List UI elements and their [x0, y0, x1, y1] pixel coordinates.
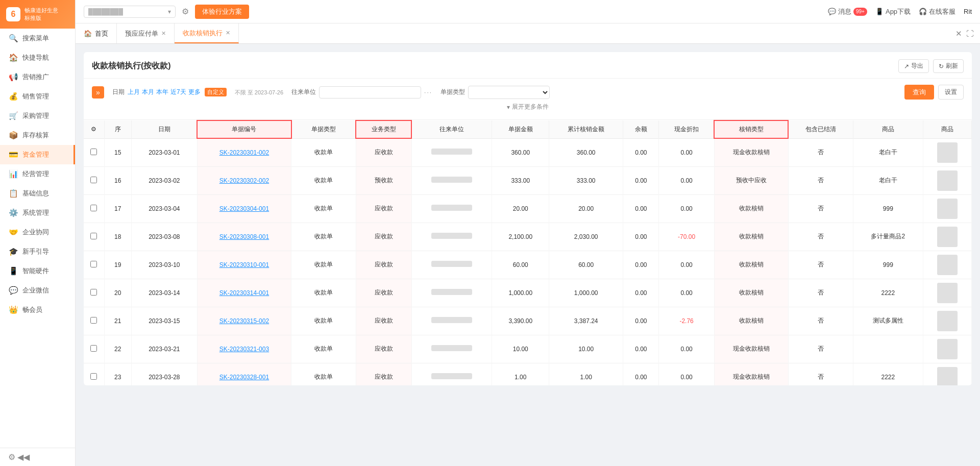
sidebar-label-sales: 销售管理 — [22, 92, 49, 101]
expand-more-button[interactable]: ▾ 展开更多条件 — [507, 103, 549, 111]
industry-btn[interactable]: 体验行业方案 — [195, 5, 249, 19]
cell-checkbox[interactable] — [84, 138, 104, 166]
doc-no-link[interactable]: SK-20230301-002 — [219, 149, 269, 156]
doc-no-link[interactable]: SK-20230328-001 — [219, 374, 269, 381]
topbar-gear-icon[interactable]: ⚙ — [182, 7, 189, 16]
partner-input[interactable] — [319, 86, 421, 99]
purchase-icon: 🛒 — [8, 111, 18, 120]
cell-checkbox[interactable] — [84, 223, 104, 251]
sidebar-item-marketing[interactable]: 📢营销推广 — [0, 67, 75, 87]
date-custom-badge[interactable]: 自定义 — [205, 88, 227, 96]
cell-cash-discount: 0.00 — [659, 251, 714, 279]
date-option-7days[interactable]: 近7天 — [170, 88, 186, 96]
sidebar-item-vip[interactable]: 👑畅会员 — [0, 300, 75, 320]
cell-doc-no: SK-20230328-001 — [197, 363, 291, 385]
sidebar-item-system[interactable]: ⚙️系统管理 — [0, 203, 75, 223]
topbar-select[interactable]: ████████ ▾ — [84, 6, 176, 18]
sidebar-item-finance[interactable]: 💳资金管理 — [0, 145, 75, 164]
sidebar-label-marketing: 营销推广 — [22, 72, 49, 82]
refresh-button[interactable]: ↻ 刷新 — [933, 59, 964, 73]
sidebar-item-inventory[interactable]: 📦库存核算 — [0, 126, 75, 145]
cell-balance: 0.00 — [623, 223, 659, 251]
cell-cash-discount: 0.00 — [659, 194, 714, 223]
sidebar-item-hardware[interactable]: 📱智能硬件 — [0, 261, 75, 281]
col-cancel-type: 核销类型 — [714, 120, 788, 138]
cell-date: 2023-03-10 — [132, 251, 198, 279]
cell-checkbox[interactable] — [84, 166, 104, 194]
app-download-area[interactable]: 📱 App下载 — [875, 7, 911, 16]
wechat-icon: 💬 — [8, 286, 18, 295]
filter-expand-button[interactable]: » — [92, 86, 104, 99]
cell-biz-type: 应收款 — [356, 251, 411, 279]
sidebar-item-corp[interactable]: 🤝企业协同 — [0, 223, 75, 242]
cell-biz-type: 应收款 — [356, 194, 411, 223]
cell-cancel-type: 预收中应收 — [714, 166, 788, 194]
filter-bar: » 日期 上月 本月 本年 近7天 更多 自定义 — [84, 79, 972, 120]
cell-checkbox[interactable] — [84, 335, 104, 363]
sidebar-item-basic[interactable]: 📋基础信息 — [0, 184, 75, 203]
query-button[interactable]: 查询 — [904, 85, 934, 100]
settings-button[interactable]: 设置 — [938, 85, 964, 100]
notification-area[interactable]: 💬 消息 99+ — [828, 7, 867, 16]
main-area: ████████ ▾ ⚙ 体验行业方案 💬 消息 99+ 📱 App下载 🎧 在… — [76, 0, 980, 466]
col-settings[interactable]: ⚙ — [84, 120, 104, 138]
cell-date: 2023-03-01 — [132, 138, 198, 166]
cell-doc-amount: 333.00 — [492, 166, 549, 194]
date-option-this-month[interactable]: 本月 — [142, 88, 154, 96]
sidebar-item-sales[interactable]: 💰销售管理 — [0, 87, 75, 106]
cell-checkbox[interactable] — [84, 279, 104, 307]
export-button[interactable]: ↗ 导出 — [898, 59, 929, 73]
cell-checkbox[interactable] — [84, 251, 104, 279]
search-icon: 🔍 — [8, 34, 18, 43]
cell-cash-discount: 0.00 — [659, 138, 714, 166]
cell-checkbox[interactable] — [84, 363, 104, 385]
tab-receive-exec[interactable]: 收款核销执行 ✕ — [175, 23, 239, 43]
tab-close-all-icon[interactable]: ✕ — [955, 29, 962, 38]
tab-payable-close-icon[interactable]: ✕ — [161, 30, 166, 37]
operation-icon: 📊 — [8, 169, 18, 179]
sidebar-item-purchase[interactable]: 🛒采购管理 — [0, 106, 75, 126]
cell-biz-type: 应收款 — [356, 363, 411, 385]
settings-icon[interactable]: ⚙ — [8, 452, 15, 462]
collapse-icon[interactable]: ◀◀ — [17, 452, 30, 462]
doc-no-link[interactable]: SK-20230310-001 — [219, 261, 269, 268]
tab-payable[interactable]: 预应应付单 ✕ — [117, 23, 175, 43]
date-option-more[interactable]: 更多 — [188, 88, 201, 96]
date-option-this-year[interactable]: 本年 — [156, 88, 168, 96]
cell-no: 22 — [104, 335, 132, 363]
sidebar-item-operation[interactable]: 📊经营管理 — [0, 164, 75, 184]
username-label: Rit — [964, 8, 972, 15]
date-option-last-month[interactable]: 上月 — [128, 88, 140, 96]
doc-no-link[interactable]: SK-20230302-002 — [219, 177, 269, 184]
cell-biz-type: 应收款 — [356, 138, 411, 166]
tab-home[interactable]: 🏠 首页 — [76, 23, 117, 43]
doc-no-link[interactable]: SK-20230314-001 — [219, 289, 269, 297]
doctype-select[interactable] — [468, 86, 550, 99]
doc-no-link[interactable]: SK-20230315-002 — [219, 317, 269, 325]
settings-icon[interactable]: ⚙ — [91, 126, 96, 133]
cell-cash-discount: 0.00 — [659, 335, 714, 363]
sidebar-item-quick-nav[interactable]: 🏠快捷导航 — [0, 48, 75, 67]
tab-home-label: 首页 — [95, 29, 108, 38]
table-row: 15 2023-03-01 SK-20230301-002 收款单 应收款 36… — [84, 138, 972, 166]
sidebar-item-wechat[interactable]: 💬企业微信 — [0, 281, 75, 300]
app-icon: 📱 — [875, 8, 884, 15]
user-area[interactable]: Rit — [964, 8, 972, 15]
tab-expand-icon[interactable]: ⛶ — [966, 29, 974, 38]
online-service-area[interactable]: 🎧 在线客服 — [919, 7, 955, 16]
cell-doc-no: SK-20230302-002 — [197, 166, 291, 194]
tab-receive-exec-close-icon[interactable]: ✕ — [226, 30, 230, 36]
sidebar-item-search[interactable]: 🔍搜索菜单 — [0, 29, 75, 48]
cell-doc-amount: 360.00 — [492, 138, 549, 166]
doc-no-link[interactable]: SK-20230321-003 — [219, 346, 269, 353]
cell-checkbox[interactable] — [84, 307, 104, 335]
sidebar-item-newbie[interactable]: 🎓新手引导 — [0, 242, 75, 261]
cell-checkbox[interactable] — [84, 194, 104, 223]
cell-no: 23 — [104, 363, 132, 385]
sidebar-label-operation: 经营管理 — [22, 169, 49, 179]
doc-no-link[interactable]: SK-20230308-001 — [219, 233, 269, 240]
cell-include-settled: 否 — [788, 194, 853, 223]
sidebar-label-quick-nav: 快捷导航 — [22, 53, 49, 62]
col-cash-discount: 现金折扣 — [659, 120, 714, 138]
doc-no-link[interactable]: SK-20230304-001 — [219, 205, 269, 212]
